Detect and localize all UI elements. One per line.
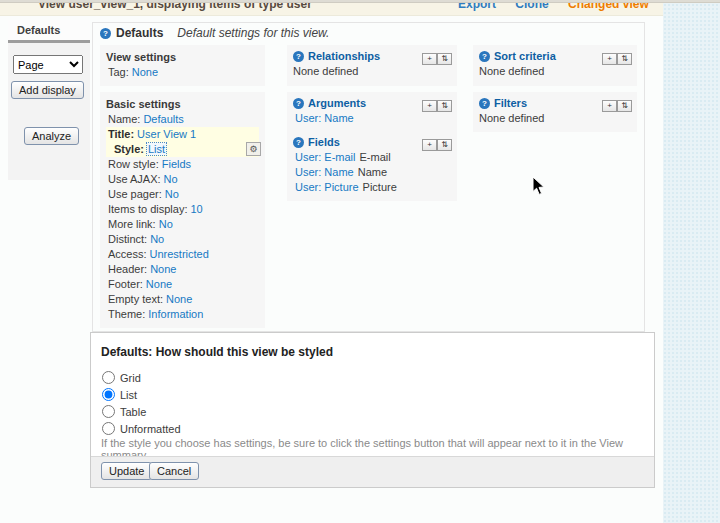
add-icon[interactable]: + [422, 53, 437, 65]
filters-header: ?Filters +⇅ [479, 96, 631, 111]
relationships-box: ?Relationships +⇅ None defined [287, 45, 457, 86]
add-display-button[interactable]: Add display [11, 81, 84, 99]
field-item: User: PicturePicture [293, 180, 451, 195]
export-link[interactable]: Export [458, 3, 496, 11]
clone-link[interactable]: Clone [515, 3, 548, 11]
setting-value-link[interactable]: None [166, 293, 192, 305]
help-icon[interactable]: ? [479, 98, 490, 109]
radio-grid[interactable] [102, 371, 115, 384]
basic-settings-box: Basic settings Name:Defaults Title:User … [100, 92, 265, 328]
setting-label: Footer: [108, 278, 143, 290]
changed-view-link[interactable]: Changed view [568, 3, 649, 11]
field-link[interactable]: User: Picture [295, 181, 359, 193]
basic-settings-title: Basic settings [106, 96, 259, 112]
radio-row-grid: Grid [102, 371, 141, 384]
setting-label: Style: [114, 143, 144, 155]
setting-value-link[interactable]: None [146, 278, 172, 290]
radio-table-label: Table [120, 406, 146, 418]
add-icon[interactable]: + [422, 139, 437, 151]
setting-value-link[interactable]: User View 1 [137, 128, 196, 140]
header-links: Export Clone Changed view [458, 3, 649, 11]
setting-label: Header: [108, 263, 147, 275]
setting-value-link[interactable]: No [150, 233, 164, 245]
setting-value-link[interactable]: 10 [190, 203, 202, 215]
radio-grid-label: Grid [120, 372, 141, 384]
setting-value-link[interactable]: Fields [162, 158, 191, 170]
section-title-filters[interactable]: Filters [494, 97, 527, 109]
rearrange-icon[interactable]: ⇅ [617, 100, 632, 112]
setting-row-ajax: Use AJAX:No [106, 172, 259, 187]
argument-item: User: Name [293, 111, 451, 126]
setting-value-link[interactable]: None [150, 263, 176, 275]
views-edit-page: View user_view_1, displaying items of ty… [0, 0, 720, 523]
setting-value-link[interactable]: Unrestricted [150, 248, 209, 260]
display-sidebar: Page Add display Analyze [8, 43, 90, 180]
section-title-sort-criteria[interactable]: Sort criteria [494, 50, 556, 62]
setting-label: Use AJAX: [108, 173, 161, 185]
setting-value-link[interactable]: No [159, 218, 173, 230]
setting-row-access: Access:Unrestricted [106, 247, 259, 262]
setting-row-theme: Theme:Information [106, 307, 259, 322]
analyze-button[interactable]: Analyze [24, 127, 79, 145]
section-title-fields[interactable]: Fields [308, 136, 340, 148]
add-icon[interactable]: + [602, 53, 617, 65]
setting-value-link[interactable]: Information [148, 308, 203, 320]
setting-label: Distinct: [108, 233, 147, 245]
help-icon[interactable]: ? [293, 98, 304, 109]
tag-label: Tag: [108, 66, 129, 78]
field-link[interactable]: User: E-mail [295, 151, 356, 163]
tag-value-link[interactable]: None [132, 66, 158, 78]
setting-label: Row style: [108, 158, 159, 170]
radio-unformatted[interactable] [102, 422, 115, 435]
help-icon[interactable]: ? [100, 28, 111, 39]
setting-row-style: Style:List ⚙ [106, 142, 259, 157]
summary-subtitle: Default settings for this view. [177, 26, 329, 40]
setting-row-name: Name:Defaults [106, 112, 259, 127]
sort-criteria-box: ?Sort criteria +⇅ None defined [473, 45, 637, 86]
summary-heading-label: Defaults [116, 26, 163, 40]
setting-value-link[interactable]: List [147, 143, 166, 155]
argument-link[interactable]: User: Name [295, 112, 354, 124]
page-title: View user_view_1, displaying items of ty… [38, 3, 312, 11]
section-title-relationships[interactable]: Relationships [308, 50, 380, 62]
setting-value-link[interactable]: Defaults [143, 113, 183, 125]
radio-unformatted-label: Unformatted [120, 423, 181, 435]
setting-label: Items to display: [108, 203, 187, 215]
relationships-empty: None defined [293, 64, 451, 79]
section-title-arguments[interactable]: Arguments [308, 97, 366, 109]
radio-list[interactable] [102, 388, 115, 401]
update-button[interactable]: Update [101, 462, 152, 480]
setting-label: More link: [108, 218, 156, 230]
rearrange-icon[interactable]: ⇅ [437, 53, 452, 65]
gear-icon: ⚙ [249, 144, 257, 154]
fields-header: ?Fields +⇅ [293, 135, 451, 150]
page-background-strip [663, 3, 720, 523]
tab-defaults[interactable]: Defaults [8, 20, 90, 43]
rearrange-icon[interactable]: ⇅ [437, 100, 452, 112]
setting-value-link[interactable]: No [165, 188, 179, 200]
display-type-select[interactable]: Page [13, 55, 83, 74]
help-icon[interactable]: ? [293, 51, 304, 62]
cancel-button[interactable]: Cancel [149, 462, 199, 480]
radio-table[interactable] [102, 405, 115, 418]
radio-row-table: Table [102, 405, 146, 418]
arguments-header: ?Arguments +⇅ [293, 96, 451, 111]
setting-row-title: Title:User View 1 [106, 127, 259, 142]
rearrange-icon[interactable]: ⇅ [437, 139, 452, 151]
rearrange-icon[interactable]: ⇅ [617, 53, 632, 65]
add-icon[interactable]: + [602, 100, 617, 112]
style-settings-button[interactable]: ⚙ [246, 142, 261, 156]
setting-row-items: Items to display:10 [106, 202, 259, 217]
setting-value-link[interactable]: No [164, 173, 178, 185]
help-icon[interactable]: ? [293, 137, 304, 148]
setting-row-footer: Footer:None [106, 277, 259, 292]
sort-criteria-empty: None defined [479, 64, 631, 79]
help-icon[interactable]: ? [479, 51, 490, 62]
field-suffix: E-mail [360, 151, 391, 163]
add-icon[interactable]: + [422, 100, 437, 112]
style-form: Defaults: How should this view be styled… [90, 332, 655, 488]
view-settings-title: View settings [106, 49, 259, 65]
field-link[interactable]: User: Name [295, 166, 354, 178]
setting-label: Name: [108, 113, 140, 125]
filters-box: ?Filters +⇅ None defined [473, 92, 637, 132]
